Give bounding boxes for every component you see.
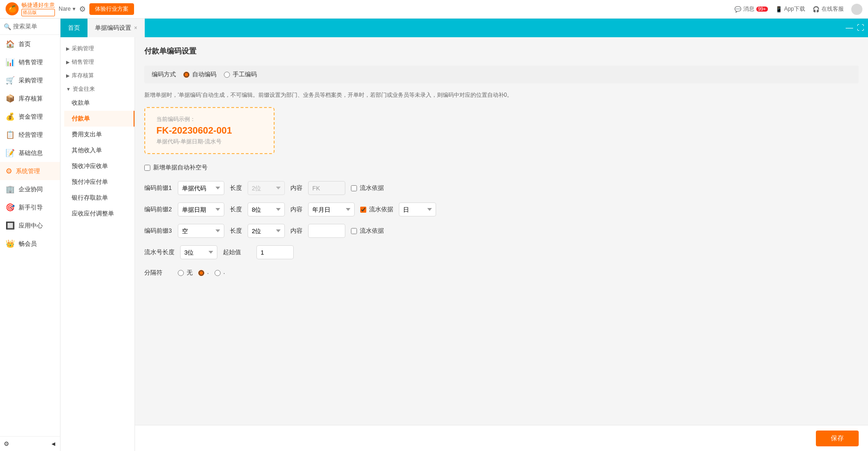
nav-sub-finance: 收款单 付款单 费用支出单 其他收入单 预收冲应收单 预付冲 xyxy=(61,95,135,222)
sidebar-item-purchase[interactable]: 🛒 采购管理 xyxy=(0,71,60,89)
sidebar-item-sales[interactable]: 📊 销售管理 xyxy=(0,53,60,71)
nav-group-sales[interactable]: ▶ 销售管理 xyxy=(61,54,135,68)
user-avatar[interactable] xyxy=(851,4,862,15)
nav-other-income[interactable]: 其他收入单 xyxy=(64,142,135,158)
nav-expense[interactable]: 费用支出单 xyxy=(64,127,135,142)
member-icon: 👑 xyxy=(6,239,15,248)
nav-receipt-label: 收款单 xyxy=(72,99,90,107)
tab-minimize-button[interactable]: — xyxy=(846,24,853,32)
message-button[interactable]: 💬 消息 99+ xyxy=(734,5,768,13)
nav-receipt[interactable]: 收款单 xyxy=(64,95,135,111)
separator-none-option[interactable]: 无 xyxy=(178,269,193,277)
serial-length-row: 流水号长度 3位 4位 5位 6位 起始值 xyxy=(144,245,859,259)
app-download-button[interactable]: 📱 App下载 xyxy=(775,5,805,13)
encoding-mode-label: 编码方式 xyxy=(152,70,176,79)
sidebar-item-appcenter[interactable]: 🔲 应用中心 xyxy=(0,216,60,235)
auto-fill-checkbox[interactable] xyxy=(144,165,150,171)
prefix2-serial-checkbox-label[interactable]: 流水依据 xyxy=(360,205,393,214)
tab-close-icon[interactable]: × xyxy=(134,25,137,31)
serial-length-label: 流水号长度 xyxy=(144,248,175,256)
appcenter-icon: 🔲 xyxy=(6,221,15,230)
sidebar-collapse-icon[interactable]: ◄ xyxy=(50,440,56,447)
nav-prepay-payment-label: 预付冲应付单 xyxy=(72,178,108,186)
tab-encoding-settings[interactable]: 单据编码设置 × xyxy=(87,19,145,37)
sidebar-item-system[interactable]: ⚙ 系统管理 xyxy=(0,162,60,180)
nav-bank-deposit[interactable]: 银行存取款单 xyxy=(64,190,135,206)
industry-button[interactable]: 体验行业方案 xyxy=(89,3,134,15)
search-icon: 🔍 xyxy=(4,23,11,30)
prefix1-serial-checkbox-label[interactable]: 流水依据 xyxy=(351,184,384,192)
prefix2-content-select[interactable]: 年月日 年月 年 月日 xyxy=(308,202,355,216)
main-content-wrapper: 付款单编码设置 编码方式 自动编码 手工编码 xyxy=(135,37,868,451)
prefix1-serial-checkbox[interactable] xyxy=(351,185,357,191)
workspace-dropdown[interactable]: Nare ▾ xyxy=(59,6,75,12)
prefix3-content-input[interactable] xyxy=(308,224,345,238)
nav-receivable-adjust[interactable]: 应收应付调整单 xyxy=(64,206,135,222)
nav-prepay-payment[interactable]: 预付冲应付单 xyxy=(64,174,135,190)
prefix1-select[interactable]: 单据代码 单据日期 部门 业务员 空 xyxy=(178,181,224,195)
manual-encoding-radio[interactable] xyxy=(224,72,230,78)
preview-box: 当前编码示例： FK-20230602-001 单据代码-单据日期-流水号 xyxy=(144,107,275,154)
sidebar-item-inventory-label: 库存核算 xyxy=(19,94,43,103)
sidebar-item-operations-label: 经营管理 xyxy=(19,131,43,139)
message-badge: 99+ xyxy=(756,7,768,12)
prefix1-length-select[interactable]: 2位 xyxy=(248,181,285,195)
prefix2-length-select[interactable]: 2位 4位 6位 8位 xyxy=(248,202,285,216)
app-download-label: App下载 xyxy=(784,5,805,13)
start-value-input[interactable] xyxy=(256,245,294,259)
preview-sub: 单据代码-单据日期-流水号 xyxy=(156,138,262,146)
nav-group-finance[interactable]: ▼ 资金往来 xyxy=(61,81,135,95)
start-value-label: 起始值 xyxy=(223,248,251,256)
sidebar-item-member[interactable]: 👑 畅会员 xyxy=(0,235,60,253)
nav-bank-deposit-label: 银行存取款单 xyxy=(72,194,108,202)
sidebar-item-home[interactable]: 🏠 首页 xyxy=(0,35,60,53)
auto-encoding-radio[interactable] xyxy=(183,72,189,78)
sidebar-item-newguide[interactable]: 🎯 新手引导 xyxy=(0,198,60,216)
tab-bar: 首页 单据编码设置 × — ⛶ xyxy=(61,19,868,37)
preview-code: FK-20230602-001 xyxy=(156,125,262,136)
gear-icon[interactable]: ⚙ xyxy=(79,5,86,13)
manual-encoding-option[interactable]: 手工编码 xyxy=(224,70,257,79)
serial-length-select[interactable]: 3位 4位 5位 6位 xyxy=(180,245,217,259)
sidebar-item-appcenter-label: 应用中心 xyxy=(19,222,43,230)
nav-payment[interactable]: 付款单 xyxy=(64,111,135,127)
chevron-purchase-icon: ▶ xyxy=(66,46,70,51)
separator-dot2-radio[interactable] xyxy=(215,270,221,276)
sidebar-item-sales-label: 销售管理 xyxy=(19,58,43,67)
separator-dot1-radio[interactable] xyxy=(198,270,204,276)
prefix3-serial-checkbox[interactable] xyxy=(351,228,357,234)
second-layout: ▶ 采购管理 ▶ 销售管理 ▶ 库存核算 ▼ 资金往来 收款单 xyxy=(61,37,868,451)
sidebar-item-finance[interactable]: 💰 资金管理 xyxy=(0,108,60,126)
chevron-sales-icon: ▶ xyxy=(66,60,70,65)
tab-home[interactable]: 首页 xyxy=(61,19,87,37)
top-bar-controls: Nare ▾ ⚙ 体验行业方案 xyxy=(59,3,134,15)
sidebar-item-basic[interactable]: 📝 基础信息 xyxy=(0,144,60,162)
encoding-mode-bar: 编码方式 自动编码 手工编码 xyxy=(144,66,859,83)
online-service-button[interactable]: 🎧 在线客服 xyxy=(813,5,844,13)
save-button[interactable]: 保存 xyxy=(816,431,859,446)
prefix2-select[interactable]: 单据代码 单据日期 部门 业务员 空 xyxy=(178,202,224,216)
separator-dot1-option[interactable]: · xyxy=(198,269,209,276)
separator-label: 分隔符 xyxy=(144,269,172,277)
prefix2-serial-day-select[interactable]: 日 月 年 xyxy=(399,202,436,216)
prefix2-serial-checkbox[interactable] xyxy=(360,207,366,213)
separator-dot2-option[interactable]: · xyxy=(215,269,225,276)
sidebar-item-company[interactable]: 🏢 企业协同 xyxy=(0,180,60,198)
prefix3-select[interactable]: 单据代码 单据日期 部门 业务员 空 xyxy=(178,224,224,238)
dropdown-arrow-icon: ▾ xyxy=(73,6,75,12)
tab-encoding-label: 单据编码设置 xyxy=(95,24,131,32)
sidebar-bottom-gear-icon[interactable]: ⚙ xyxy=(4,440,9,447)
tab-maximize-button[interactable]: ⛶ xyxy=(857,24,864,32)
nav-prepay-receivable[interactable]: 预收冲应收单 xyxy=(64,158,135,174)
prefix3-serial-checkbox-label[interactable]: 流水依据 xyxy=(351,227,384,235)
search-menu-button[interactable]: 🔍 搜索菜单 xyxy=(0,19,60,35)
hint-text: 新增单据时，'单据编码'自动生成，不可编辑。前缀设置为部门、业务员等档案类，开单… xyxy=(144,91,859,100)
nav-group-inventory[interactable]: ▶ 库存核算 xyxy=(61,68,135,81)
auto-encoding-option[interactable]: 自动编码 xyxy=(183,70,216,79)
sidebar-item-basic-label: 基础信息 xyxy=(19,149,43,157)
sidebar-item-inventory[interactable]: 📦 库存核算 xyxy=(0,89,60,108)
nav-group-purchase[interactable]: ▶ 采购管理 xyxy=(61,41,135,54)
sidebar-item-operations[interactable]: 📋 经营管理 xyxy=(0,126,60,144)
prefix3-length-select[interactable]: 2位 4位 6位 8位 xyxy=(248,224,285,238)
separator-none-radio[interactable] xyxy=(178,270,184,276)
